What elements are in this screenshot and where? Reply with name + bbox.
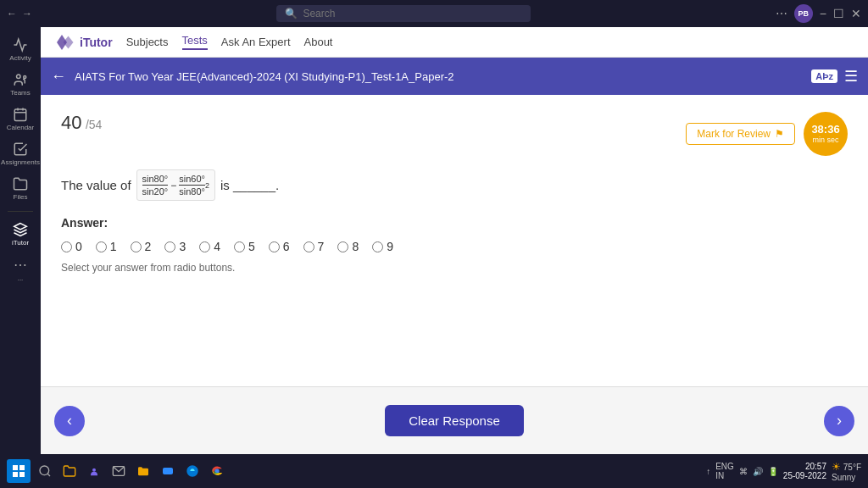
radio-input-3[interactable] xyxy=(164,241,175,252)
az-badge[interactable]: AÞz xyxy=(811,69,837,83)
volume-icon[interactable]: 🔊 xyxy=(753,467,763,476)
radio-option-6[interactable]: 6 xyxy=(269,240,290,253)
radio-input-2[interactable] xyxy=(131,241,142,252)
radio-option-7[interactable]: 7 xyxy=(303,240,325,253)
current-time: 20:57 xyxy=(783,462,826,471)
sidebar-label-calendar: Calendar xyxy=(7,124,34,131)
taskbar-file-explorer-icon[interactable] xyxy=(58,460,81,482)
radio-input-5[interactable] xyxy=(234,241,245,252)
sidebar-item-files[interactable]: Files xyxy=(2,173,39,204)
search-icon: 🔍 xyxy=(285,8,298,19)
clear-response-button[interactable]: Clear Response xyxy=(385,405,524,436)
app-sidebar: Activity Teams Calendar Assignments File… xyxy=(0,27,41,454)
tray-arrow-icon[interactable]: ↑ xyxy=(706,467,710,476)
next-button[interactable]: › xyxy=(824,406,854,436)
sidebar-item-itutor[interactable]: iTutor xyxy=(2,219,39,250)
radio-input-8[interactable] xyxy=(337,241,348,252)
restore-icon[interactable]: ☐ xyxy=(833,7,844,20)
sidebar-label-more: ... xyxy=(18,274,24,282)
svg-point-12 xyxy=(40,466,49,475)
top-bar-icons: ⋯ xyxy=(776,7,787,20)
radio-input-0[interactable] xyxy=(61,241,72,252)
svg-point-14 xyxy=(92,469,96,472)
radio-input-9[interactable] xyxy=(372,241,383,252)
system-tray: ↑ ENGIN ⌘ 🔊 🔋 20:57 25-09-2022 ☀ 75°F Su… xyxy=(706,461,861,482)
taskbar-search-icon[interactable] xyxy=(34,460,56,482)
back-nav-arrow[interactable]: ← xyxy=(7,8,17,19)
battery-icon[interactable]: 🔋 xyxy=(768,467,778,476)
taskbar-zoom-icon[interactable] xyxy=(157,460,179,482)
sidebar-item-calendar[interactable]: Calendar xyxy=(2,103,39,135)
sidebar-label-activity: Activity xyxy=(9,54,31,62)
radio-group: 0 1 2 3 4 5 6 7 8 9 xyxy=(61,240,848,253)
question-total: /54 xyxy=(86,118,102,131)
main-content: 40 /54 Mark for Review ⚑ 38:36 min sec T… xyxy=(41,95,868,420)
sidebar-item-teams[interactable]: Teams xyxy=(2,69,39,100)
svg-rect-11 xyxy=(19,472,25,477)
radio-option-1[interactable]: 1 xyxy=(96,240,117,253)
taskbar-mail-icon[interactable] xyxy=(108,460,130,482)
radio-label-1: 1 xyxy=(110,240,117,253)
itutor-logo-icon xyxy=(54,32,75,53)
teams-nav: iTutor Subjects Tests Ask An Expert Abou… xyxy=(41,27,868,58)
minimize-icon[interactable]: − xyxy=(820,7,826,20)
wifi-icon[interactable]: ⌘ xyxy=(739,467,748,476)
radio-input-6[interactable] xyxy=(269,241,280,252)
math-expression: sin80° sin20° − sin60° sin80° 2 xyxy=(136,169,215,201)
footer: ‹ Clear Response › xyxy=(41,386,868,454)
teams-nav-links: Subjects Tests Ask An Expert About xyxy=(126,34,333,50)
radio-label-9: 9 xyxy=(387,240,393,253)
search-box[interactable]: 🔍 xyxy=(276,5,531,22)
taskbar-teams-icon[interactable] xyxy=(83,460,105,482)
radio-label-7: 7 xyxy=(318,240,325,253)
radio-label-0: 0 xyxy=(75,240,82,253)
fraction-2: sin60° sin80° xyxy=(179,174,205,197)
sidebar-label-itutor: iTutor xyxy=(12,239,29,247)
windows-start-button[interactable] xyxy=(7,459,31,483)
nav-link-subjects[interactable]: Subjects xyxy=(126,36,169,48)
radio-option-8[interactable]: 8 xyxy=(337,240,359,253)
sidebar-item-activity[interactable]: Activity xyxy=(2,34,39,65)
taskbar-edge-icon[interactable] xyxy=(181,460,203,482)
svg-point-1 xyxy=(24,76,26,79)
prev-button[interactable]: ‹ xyxy=(54,406,85,436)
taskbar-icons xyxy=(34,460,703,482)
nav-link-about[interactable]: About xyxy=(304,36,333,48)
taskbar-folder-icon[interactable] xyxy=(132,460,154,482)
nav-link-tests[interactable]: Tests xyxy=(182,34,208,50)
radio-option-4[interactable]: 4 xyxy=(199,240,220,253)
avatar[interactable]: PB xyxy=(794,4,813,23)
radio-option-9[interactable]: 9 xyxy=(372,240,393,253)
svg-rect-10 xyxy=(13,472,18,477)
timer-label: min sec xyxy=(812,136,838,145)
radio-input-1[interactable] xyxy=(96,241,107,252)
radio-input-4[interactable] xyxy=(199,241,210,252)
radio-input-7[interactable] xyxy=(303,241,314,252)
sidebar-item-more[interactable]: ⋯ ... xyxy=(2,253,39,286)
question-number-display: 40 /54 xyxy=(61,112,102,134)
search-input[interactable] xyxy=(303,8,522,19)
taskbar-chrome-icon[interactable] xyxy=(206,460,228,482)
forward-nav-arrow[interactable]: → xyxy=(22,8,32,19)
back-button[interactable]: ← xyxy=(51,68,66,86)
weather-temp: 75°F xyxy=(843,463,861,472)
svg-line-13 xyxy=(47,474,50,476)
teams-logo: iTutor xyxy=(54,32,113,53)
nav-link-ask-expert[interactable]: Ask An Expert xyxy=(221,36,291,48)
hamburger-menu-icon[interactable]: ☰ xyxy=(844,67,858,86)
radio-option-0[interactable]: 0 xyxy=(61,240,82,253)
radio-option-3[interactable]: 3 xyxy=(164,240,186,253)
current-date: 25-09-2022 xyxy=(783,471,826,480)
question-header: 40 /54 Mark for Review ⚑ 38:36 min sec xyxy=(61,112,848,156)
radio-label-2: 2 xyxy=(145,240,152,253)
radio-label-4: 4 xyxy=(214,240,220,253)
sidebar-item-assignments[interactable]: Assignments xyxy=(2,138,39,169)
header-title: AIATS For Two Year JEE(Advanced)-2024 (X… xyxy=(75,70,803,83)
ellipsis-icon[interactable]: ⋯ xyxy=(776,7,787,20)
close-icon[interactable]: ✕ xyxy=(851,7,861,20)
radio-option-5[interactable]: 5 xyxy=(234,240,255,253)
time-display[interactable]: 20:57 25-09-2022 xyxy=(783,462,826,480)
radio-option-2[interactable]: 2 xyxy=(131,240,152,253)
svg-rect-16 xyxy=(163,468,173,474)
mark-review-button[interactable]: Mark for Review ⚑ xyxy=(686,123,795,145)
